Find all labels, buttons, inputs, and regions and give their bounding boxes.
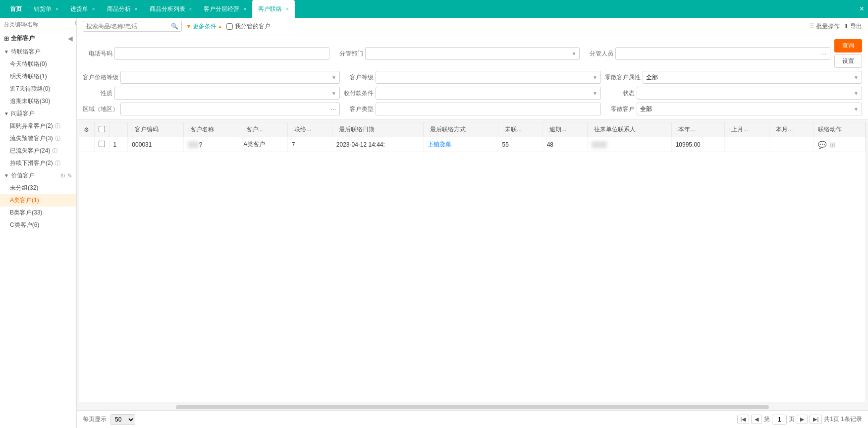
- sidebar-item-overdue[interactable]: 逾期未联络(30): [0, 95, 76, 107]
- filter-bar: 🔍 ▼ 更多条件 ▲ 我分管的客户 ☰ 批量操作 ⬆ 导出: [77, 18, 868, 35]
- page-input[interactable]: [772, 415, 787, 425]
- th-this-month[interactable]: 本月...: [769, 122, 814, 137]
- dept-select[interactable]: ▼: [365, 47, 580, 60]
- sidebar-section-title-value-customers[interactable]: ▼价值客户↻✎: [0, 169, 76, 182]
- first-page-btn[interactable]: |◀: [737, 415, 750, 424]
- nav-tab-close-sales[interactable]: ×: [55, 6, 58, 12]
- sidebar-all-customers[interactable]: ⊞ 全部客户 ◀: [0, 31, 76, 46]
- chat-icon[interactable]: 💬: [818, 141, 826, 149]
- sidebar-section-title-problem-customers[interactable]: ▼问题客户: [0, 107, 76, 120]
- sidebar-item-class-b[interactable]: B类客户(33): [0, 207, 76, 219]
- row-checkbox-0[interactable]: [99, 141, 105, 147]
- sidebar-item-class-a[interactable]: A类客户(1): [0, 194, 76, 207]
- info-icon-lost-predicted[interactable]: ⓘ: [55, 135, 60, 141]
- filter-search-input[interactable]: [86, 23, 169, 30]
- nav-tab-sales[interactable]: 销货单×: [28, 0, 64, 18]
- sidebar-item-lost-predicted[interactable]: 流失预警客户(3)ⓘ: [0, 132, 76, 145]
- row-unit-contact-blurred: RE .: [592, 141, 607, 148]
- filter-field-retail-customer: 零散客户 全部 ▼: [605, 103, 862, 115]
- sidebar-item-tomorrow[interactable]: 明天待联络(1): [0, 70, 76, 83]
- nav-tab-home[interactable]: 首页: [4, 0, 28, 18]
- manager-select[interactable]: ···: [615, 47, 830, 60]
- nav-tab-close-customer-contact[interactable]: ×: [286, 6, 289, 12]
- nav-tab-close-product-analysis[interactable]: ×: [135, 6, 138, 12]
- next-page-btn[interactable]: ▶: [797, 415, 808, 424]
- sidebar-item-class-c[interactable]: C类客户(6): [0, 219, 76, 231]
- th-customer-type[interactable]: 客户...: [239, 122, 288, 137]
- table-header-row: ⚙ 客户编码 客户名称 客户... 联络... 最后联络日期 最后联络方式 未联…: [79, 122, 866, 137]
- page-label: 第: [764, 415, 770, 424]
- nav-tab-label-product-analysis: 商品分析: [107, 5, 131, 13]
- sidebar-search-input[interactable]: [4, 21, 72, 27]
- close-all-icon[interactable]: ×: [860, 4, 864, 13]
- sidebar-item-7days[interactable]: 近7天待联络(0): [0, 83, 76, 95]
- total-info: 共1页 1条记录: [824, 415, 862, 424]
- row-method-link[interactable]: 下销货单: [428, 141, 451, 148]
- scrollbar-track: [176, 405, 769, 409]
- filter-search-icon[interactable]: 🔍: [171, 23, 178, 30]
- nav-tab-purchase[interactable]: 进货单×: [64, 0, 101, 18]
- manager-label: 分管人员: [584, 50, 613, 58]
- bulk-ops-label: 批量操作: [816, 22, 840, 31]
- th-contact[interactable]: 联络...: [287, 122, 332, 137]
- customer-type-input[interactable]: [376, 103, 601, 115]
- nav-tab-close-product-analysis-list[interactable]: ×: [189, 6, 192, 12]
- nature-select[interactable]: ▼: [114, 87, 340, 100]
- th-last-month[interactable]: 上月...: [724, 122, 769, 137]
- export-btn[interactable]: ⬆ 导出: [844, 22, 862, 31]
- customer-grade-select[interactable]: ▼: [376, 71, 601, 84]
- th-last-contact-date[interactable]: 最后联络日期: [332, 122, 423, 137]
- info-icon-already-lost[interactable]: ⓘ: [52, 148, 57, 154]
- status-arrow-icon: ▼: [854, 91, 859, 96]
- th-gear[interactable]: ⚙: [79, 122, 94, 137]
- sidebar-item-already-lost[interactable]: 已流失客户(24)ⓘ: [0, 145, 76, 157]
- toolbar-right: ☰ 批量操作 ⬆ 导出: [809, 22, 862, 31]
- refresh-icon[interactable]: ↻: [60, 172, 65, 179]
- retail-customer-select[interactable]: 全部 ▼: [637, 103, 862, 115]
- nav-tab-product-analysis-list[interactable]: 商品分析列表×: [144, 0, 198, 18]
- edit-icon[interactable]: ✎: [67, 172, 72, 179]
- prev-page-btn[interactable]: ◀: [751, 415, 762, 424]
- th-unit-contact[interactable]: 往来单位联系人: [587, 122, 671, 137]
- per-page-select[interactable]: 50 100 200: [110, 414, 135, 425]
- th-code[interactable]: 客户编码: [128, 122, 183, 137]
- nav-tab-customer-contact[interactable]: 客户联络×: [252, 0, 295, 18]
- th-uncontacted[interactable]: 未联...: [498, 122, 542, 137]
- bulk-ops-btn[interactable]: ☰ 批量操作: [809, 22, 840, 31]
- nav-tab-close-customer-segment[interactable]: ×: [243, 6, 246, 12]
- th-current-year[interactable]: 本年...: [671, 122, 724, 137]
- th-name[interactable]: 客户名称: [183, 122, 239, 137]
- filter-field-region: 区域（地区） ···: [83, 103, 340, 115]
- sidebar-section-title-pending-contact[interactable]: ▼待联络客户: [0, 46, 76, 58]
- sidebar-item-today[interactable]: 今天待联络(0): [0, 58, 76, 70]
- filter-field-price-grade: 客户价格等级 ▼: [83, 71, 340, 84]
- info-icon-continuous-decline[interactable]: ⓘ: [55, 160, 60, 166]
- info-icon-repurchase-abnormal[interactable]: ⓘ: [55, 123, 60, 129]
- th-overdue[interactable]: 逾期...: [542, 122, 587, 137]
- settings-btn[interactable]: 设置: [834, 54, 862, 68]
- sidebar-item-unclassified[interactable]: 未分组(32): [0, 182, 76, 194]
- nav-tab-close-purchase[interactable]: ×: [92, 6, 95, 12]
- qr-icon[interactable]: ⊞: [829, 141, 835, 149]
- phone-input[interactable]: [114, 47, 329, 60]
- sidebar-section-problem-customers: ▼问题客户回购异常客户(2)ⓘ流失预警客户(3)ⓘ已流失客户(24)ⓘ持续下滑客…: [0, 107, 76, 169]
- filter-field-customer-type: 客户类型: [344, 103, 601, 115]
- sidebar-item-repurchase-abnormal[interactable]: 回购异常客户(2)ⓘ: [0, 120, 76, 132]
- retail-attr-select[interactable]: 全部 ▼: [643, 71, 862, 84]
- sidebar-item-continuous-decline[interactable]: 持续下滑客户(2)ⓘ: [0, 157, 76, 169]
- query-btn[interactable]: 查询: [834, 39, 862, 53]
- my-customers-checkbox[interactable]: [226, 23, 233, 30]
- price-grade-select[interactable]: ▼: [120, 71, 340, 84]
- nav-tab-product-analysis[interactable]: 商品分析×: [101, 0, 144, 18]
- horizontal-scrollbar[interactable]: [77, 404, 868, 410]
- last-page-btn[interactable]: ▶|: [810, 415, 822, 424]
- filter-field-retail-attr: 零散客户属性 全部 ▼: [605, 71, 862, 84]
- status-select[interactable]: ▼: [637, 87, 862, 100]
- sidebar-collapse-btn[interactable]: ◀: [68, 35, 72, 42]
- nav-tab-customer-segment[interactable]: 客户分层经营×: [198, 0, 252, 18]
- th-last-contact-method[interactable]: 最后联络方式: [423, 122, 498, 137]
- select-all-checkbox[interactable]: [99, 126, 105, 132]
- region-select[interactable]: ···: [120, 103, 340, 115]
- more-filters-btn[interactable]: ▼ 更多条件 ▲: [186, 22, 222, 31]
- payment-select[interactable]: ▼: [376, 87, 601, 100]
